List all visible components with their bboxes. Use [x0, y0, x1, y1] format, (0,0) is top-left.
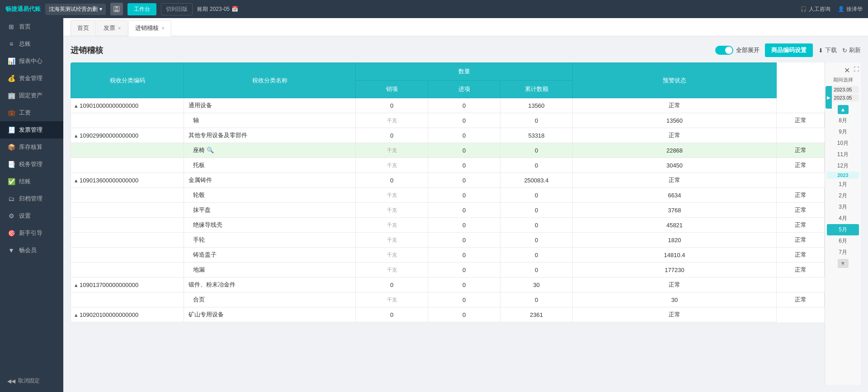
- switch-version-button[interactable]: 切到旧版: [161, 3, 193, 15]
- cell-code: ▴109013700000000000: [71, 277, 184, 292]
- period-month-6[interactable]: 6月: [827, 235, 859, 247]
- sidebar-item-home[interactable]: ⊞ 首页: [0, 18, 63, 35]
- company-selector[interactable]: 沈海英测试经营勿删 ▾: [45, 4, 106, 15]
- top-right-actions: 🎧 人工咨询 👤 徐泽华: [800, 5, 863, 13]
- scroll-down-button[interactable]: ▼: [838, 259, 849, 268]
- cell-purchase: 0: [428, 98, 500, 113]
- chevron-right-icon: ▶: [827, 95, 830, 100]
- cell-sales-val: 0: [428, 158, 500, 173]
- cell-sales: 千克: [356, 218, 428, 233]
- period-month-3[interactable]: 3月: [827, 201, 859, 213]
- period-month-7[interactable]: 7月: [827, 247, 859, 258]
- period-value: 2023-05: [210, 6, 230, 12]
- collapse-icon[interactable]: ▴: [75, 282, 78, 288]
- tab-invoice[interactable]: 发票 ×: [97, 20, 127, 36]
- period-month-4[interactable]: 4月: [827, 213, 859, 224]
- right-panel: ✕ ⛶ 期间选择 2023.05 2023.05 ▲ 8月 9月 10月 11月…: [825, 62, 861, 385]
- period-month-11[interactable]: 11月: [827, 149, 859, 160]
- period-month-2[interactable]: 2月: [827, 190, 859, 201]
- search-icon[interactable]: 🔍: [207, 147, 214, 153]
- cell-code: ▴109013600000000000: [71, 173, 184, 188]
- collapse-icon[interactable]: ▴: [75, 311, 78, 318]
- cell-warning: 正常: [777, 292, 825, 307]
- headset-icon: 🎧: [800, 6, 807, 12]
- th-sales: 销项: [356, 81, 428, 98]
- tab-invoice-close[interactable]: ×: [118, 25, 121, 31]
- data-table: 税收分类编码 税收分类名称 数量 预警状态 销项 进项 累计数额: [71, 62, 825, 322]
- cancel-fixed-button[interactable]: ◀◀ 取消固定: [0, 373, 63, 388]
- user-info[interactable]: 👤 徐泽华: [838, 5, 863, 13]
- sidebar-item-archive[interactable]: 🗂 归档管理: [0, 190, 63, 207]
- workbench-button[interactable]: 工作台: [127, 3, 156, 15]
- tab-bar: 首页 发票 × 进销稽核 ×: [63, 18, 868, 36]
- page-content: 进销稽核 全部展开 商品编码设置 ⬇ 下载 ↻ 刷新: [63, 36, 868, 392]
- period-month-8[interactable]: 8月: [827, 115, 859, 126]
- cell-warning: 正常: [777, 113, 825, 128]
- sidebar-bottom: ◀◀ 取消固定: [0, 373, 63, 392]
- table-row: 座椅🔍 千克 0 0 22868 正常: [71, 143, 825, 158]
- expand-all-toggle[interactable]: [715, 46, 733, 55]
- download-button[interactable]: ⬇ 下载: [818, 46, 837, 54]
- cell-sales: 千克: [356, 233, 428, 248]
- th-tax-code: 税收分类编码: [71, 63, 184, 98]
- sidebar-item-guide[interactable]: 🎯 新手引导: [0, 225, 63, 242]
- sidebar-label-invoice: 发票管理: [19, 126, 42, 134]
- sidebar-item-invoice[interactable]: 🧾 发票管理: [0, 121, 63, 139]
- sidebar-item-salary[interactable]: 💼 工资: [0, 104, 63, 121]
- calendar-icon[interactable]: 📅: [231, 6, 238, 12]
- cell-sales-val: 0: [428, 143, 500, 158]
- tab-home-label: 首页: [77, 24, 89, 32]
- cell-warning: 正常: [573, 307, 777, 322]
- scroll-up-button[interactable]: ▲: [838, 105, 849, 114]
- svg-rect-1: [115, 6, 118, 9]
- collapse-icon[interactable]: ▴: [75, 132, 78, 139]
- save-button[interactable]: [110, 3, 123, 15]
- sidebar-item-settings[interactable]: ⚙ 设置: [0, 207, 63, 225]
- sidebar-item-ledger[interactable]: ≡ 总账: [0, 35, 63, 53]
- cell-cumulative: 30: [573, 292, 777, 307]
- period-month-12[interactable]: 12月: [827, 160, 859, 172]
- maximize-panel-button[interactable]: ⛶: [854, 66, 859, 75]
- cell-code: [71, 203, 184, 218]
- sidebar-item-tax[interactable]: 📑 税务管理: [0, 156, 63, 173]
- period-month-9[interactable]: 9月: [827, 126, 859, 138]
- sidebar-label-home: 首页: [19, 23, 31, 31]
- period-info: 账期 2023-05 📅: [197, 5, 238, 13]
- service-button[interactable]: 🎧 人工咨询: [800, 5, 830, 13]
- cell-sales: 0: [356, 173, 428, 188]
- period-month-1[interactable]: 1月: [827, 179, 859, 190]
- cell-sales-val: 0: [428, 113, 500, 128]
- period-month-10[interactable]: 10月: [827, 138, 859, 149]
- sidebar-label-settings: 设置: [19, 212, 31, 220]
- cell-purchase-val: 0: [500, 263, 573, 277]
- period-month-5[interactable]: 5月: [827, 224, 859, 235]
- sidebar-item-assets[interactable]: 🏢 固定资产: [0, 87, 63, 104]
- goods-code-button[interactable]: 商品编码设置: [765, 43, 813, 57]
- close-panel-button[interactable]: ✕: [844, 66, 850, 75]
- cell-name: 合页: [184, 292, 356, 307]
- period-label: 账期: [197, 5, 208, 13]
- home-icon: ⊞: [7, 23, 15, 30]
- table-wrapper[interactable]: 税收分类编码 税收分类名称 数量 预警状态 销项 进项 累计数额: [71, 62, 825, 385]
- panel-collapse-button[interactable]: ▶: [826, 86, 832, 109]
- sidebar-item-funds[interactable]: 💰 资金管理: [0, 70, 63, 87]
- sidebar-item-closing[interactable]: ✅ 结账: [0, 173, 63, 190]
- sidebar-label-archive: 归档管理: [19, 195, 42, 203]
- cell-sales-val: 0: [428, 263, 500, 277]
- sidebar-item-reports[interactable]: 📊 报表中心: [0, 53, 63, 70]
- collapse-icon[interactable]: ▴: [75, 177, 78, 184]
- table-row: 轴 千克 0 0 13560 正常: [71, 113, 825, 128]
- tab-home[interactable]: 首页: [71, 20, 96, 36]
- cell-warning: 正常: [777, 218, 825, 233]
- cell-sales-val: 0: [428, 188, 500, 203]
- tab-reconciliation[interactable]: 进销稽核 ×: [128, 20, 171, 36]
- collapse-icon[interactable]: ▴: [75, 102, 78, 109]
- cell-purchase-val: 0: [500, 113, 573, 128]
- tab-reconciliation-close[interactable]: ×: [161, 25, 164, 31]
- user-avatar-icon: 👤: [838, 6, 844, 12]
- sidebar-item-inventory[interactable]: 📦 库存核算: [0, 139, 63, 156]
- sidebar-item-member[interactable]: ▼ 畅会员: [0, 242, 63, 259]
- tab-reconciliation-label: 进销稽核: [135, 24, 159, 32]
- cell-name: 轮毂: [184, 188, 356, 203]
- refresh-button[interactable]: ↻ 刷新: [842, 46, 861, 54]
